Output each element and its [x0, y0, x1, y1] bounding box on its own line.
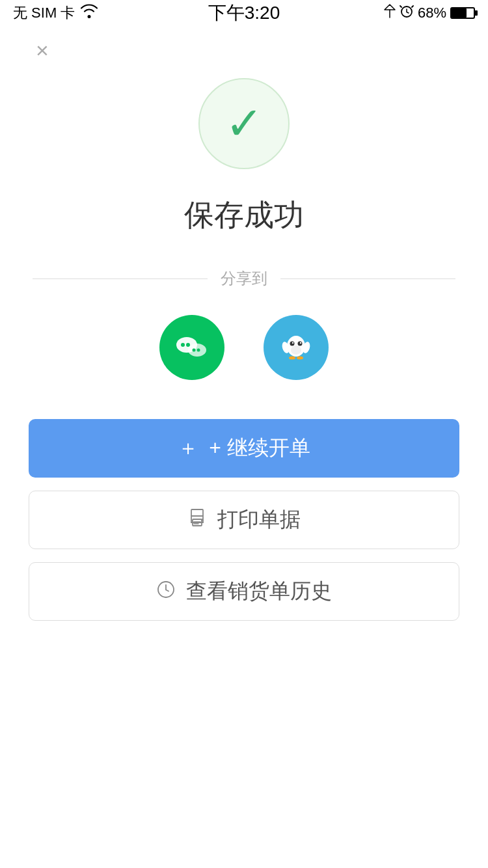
check-icon: ✓ — [225, 101, 264, 146]
status-right: 68% — [384, 4, 475, 22]
share-row — [159, 315, 329, 380]
svg-point-11 — [300, 342, 301, 344]
time-display: 下午3:20 — [208, 1, 280, 25]
svg-point-15 — [297, 357, 303, 360]
svg-point-3 — [186, 343, 190, 347]
qq-button[interactable] — [264, 315, 329, 380]
share-divider: 分享到 — [0, 268, 488, 289]
svg-point-2 — [181, 343, 185, 347]
clock-icon — [156, 580, 176, 604]
plus-icon: ＋ — [178, 434, 198, 463]
close-icon: × — [36, 38, 49, 63]
location-icon — [384, 4, 396, 22]
alarm-icon — [400, 4, 414, 22]
wechat-button[interactable] — [159, 315, 224, 380]
svg-point-9 — [298, 342, 303, 346]
svg-point-13 — [291, 346, 301, 355]
battery-text: 68% — [418, 5, 446, 21]
no-sim-text: 无 SIM 卡 — [13, 3, 75, 23]
divider-line-right — [280, 278, 455, 279]
history-button[interactable]: 查看销货单历史 — [29, 562, 459, 621]
print-button[interactable]: 打印单据 — [29, 491, 459, 549]
divider-line-left — [33, 278, 208, 279]
battery-icon — [450, 7, 475, 19]
close-button[interactable]: × — [26, 34, 59, 66]
svg-point-14 — [289, 357, 295, 360]
success-circle: ✓ — [198, 78, 290, 169]
history-label: 查看销货单历史 — [186, 577, 332, 606]
continue-button[interactable]: ＋ + 继续开单 — [29, 419, 459, 478]
status-left: 无 SIM 卡 — [13, 3, 98, 23]
status-bar: 无 SIM 卡 下午3:20 68% — [0, 0, 488, 26]
main-content: ✓ 保存成功 分享到 — [0, 26, 488, 621]
svg-point-20 — [202, 519, 204, 521]
buttons-section: ＋ + 继续开单 打印单据 — [0, 419, 488, 621]
svg-rect-18 — [191, 509, 203, 516]
print-label: 打印单据 — [217, 506, 301, 534]
svg-point-10 — [292, 342, 293, 344]
printer-icon — [187, 509, 207, 532]
svg-point-8 — [290, 342, 295, 346]
success-title: 保存成功 — [184, 195, 304, 236]
continue-label: + 继续开单 — [209, 434, 310, 463]
svg-point-6 — [197, 349, 200, 352]
wifi-icon — [80, 4, 98, 22]
share-label: 分享到 — [208, 268, 280, 289]
svg-point-5 — [193, 349, 196, 352]
